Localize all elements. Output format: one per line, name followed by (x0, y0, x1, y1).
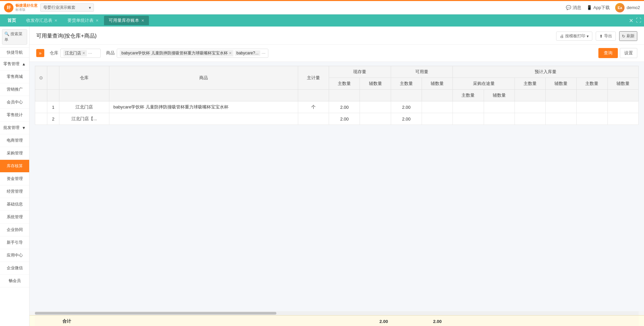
export-icon: ⬆ (599, 34, 603, 39)
row1-prod-aux (607, 101, 638, 113)
filter-expand-button[interactable]: » (36, 49, 44, 57)
th-group-planned-in: 预计入库量 (453, 66, 639, 78)
tab-home[interactable]: 首页 (3, 16, 21, 25)
close-tab-inventory-ledger[interactable]: ✕ (141, 18, 144, 23)
logo-area: 好 畅捷通好生意 标准版 (4, 3, 38, 12)
row1-gear (35, 101, 47, 113)
sidebar-item-marketing[interactable]: 营销推广 (0, 83, 29, 96)
industry-selector[interactable]: 母婴行业演示账套 ▾ (40, 3, 94, 12)
close-all-icon[interactable]: ✕ (629, 17, 633, 24)
row1-avail-aux (422, 101, 453, 113)
sidebar-item-retail-mgmt[interactable]: 零售管理 ▲ (0, 58, 29, 71)
page-title: 可用量查询(按仓库+商品) (36, 33, 97, 40)
sidebar-item-retail-mall[interactable]: 零售商城 (0, 71, 29, 83)
tab-receivables[interactable]: 收发存汇总表 ✕ (21, 16, 62, 25)
avatar: Ea (615, 3, 625, 12)
refresh-button[interactable]: ↻ 刷新 (619, 31, 637, 41)
row2-pur-aux (484, 113, 515, 125)
warehouse-more[interactable]: ··· (88, 50, 92, 56)
th-avail-main: 主数量 (391, 78, 422, 90)
product-tag-1: babycare学饮杯 儿童防摔防撞吸管杯重力球吸嘴杯宝宝水杯 ✕ (120, 50, 233, 56)
template-print-button[interactable]: 🖨 按模板打印 ▾ (556, 32, 592, 41)
close-tab-receivables[interactable]: ✕ (54, 18, 57, 23)
maximize-icon[interactable]: ⛶ (636, 17, 641, 24)
sidebar-item-basic-info[interactable]: 基础信息 (0, 198, 29, 211)
warehouse-filter: 仓库 江北门店 ✕ ··· (50, 49, 101, 58)
query-button[interactable]: 查询 (598, 48, 618, 58)
export-button[interactable]: ⬆ 导出 (596, 32, 616, 41)
row1-in-main (515, 101, 545, 113)
sidebar-item-enterprise-wechat[interactable]: 企业微信 (0, 262, 29, 275)
product-tag-1-close[interactable]: ✕ (229, 51, 232, 55)
sidebar-item-finance-mgmt[interactable]: 资金管理 (0, 173, 29, 185)
warehouse-label: 仓库 (50, 50, 58, 56)
sidebar-item-ecommerce-mgmt[interactable]: 电商管理 (0, 134, 29, 147)
total-current-main: 2.00 (370, 316, 397, 326)
row1-pur-aux (484, 101, 515, 113)
sidebar-search-section: 🔍 搜索菜单 (0, 27, 29, 48)
message-icon: 💬 (566, 5, 571, 10)
sidebar-item-system-mgmt[interactable]: 系统管理 (0, 211, 29, 224)
th-in-main: 主数量 (515, 78, 545, 90)
gear-icon[interactable]: ⚙ (39, 75, 44, 81)
row2-in-main (515, 113, 545, 125)
close-tab-order-stats[interactable]: ✕ (96, 18, 99, 23)
row1-pur-main (453, 101, 484, 113)
message-button[interactable]: 💬 消息 (566, 5, 581, 11)
row2-avail-main: 2.00 (391, 113, 422, 125)
top-bar-left: 好 畅捷通好生意 标准版 母婴行业演示账套 ▾ (4, 3, 94, 12)
th-prod-main: 主数量 (577, 78, 607, 90)
search-menu-button[interactable]: 🔍 搜索菜单 (2, 29, 27, 45)
sidebar-item-purchase-mgmt[interactable]: 采购管理 (0, 147, 29, 160)
th-product: 商品 (109, 66, 298, 90)
arrow-icon-2: ▼ (22, 126, 26, 130)
th-pur-aux: 辅数量 (484, 90, 515, 101)
horizontal-scrollbar[interactable] (35, 311, 639, 315)
total-row: 合计 2.00 2.00 (35, 316, 639, 326)
sidebar-item-operations-mgmt[interactable]: 经营管理 (0, 185, 29, 198)
user-avatar-area[interactable]: Ea demo2 (615, 3, 640, 12)
th-in-aux: 辅数量 (546, 78, 577, 90)
app-download-button[interactable]: 📱 App下载 (587, 5, 610, 11)
scrollbar-thumb[interactable] (35, 312, 276, 315)
top-bar: 好 畅捷通好生意 标准版 母婴行业演示账套 ▾ 💬 消息 📱 App下载 Ea … (0, 1, 644, 14)
row2-in-aux (546, 113, 577, 125)
row1-index: 1 (47, 101, 59, 113)
sidebar-item-vip-member[interactable]: 畅会员 (0, 275, 29, 287)
sidebar-item-app-center[interactable]: 应用中心 (0, 249, 29, 262)
row2-current-aux (360, 113, 391, 125)
warehouse-input[interactable]: 江北门店 ✕ ··· (60, 49, 101, 58)
user-name: demo2 (627, 5, 640, 10)
row1-current-main: 2.00 (329, 101, 360, 113)
refresh-icon: ↻ (622, 34, 625, 39)
sidebar-item-wholesale-mgmt[interactable]: 批发管理 ▼ (0, 122, 29, 134)
nav-tabs: 首页 收发存汇总表 ✕ 要货单统计表 ✕ 可用量库存账本 ✕ ✕ ⛶ (0, 14, 644, 27)
tab-inventory-ledger[interactable]: 可用量库存账本 ✕ (104, 16, 149, 25)
row2-avail-aux (422, 113, 453, 125)
th-index (47, 66, 59, 90)
row2-unit (298, 113, 329, 125)
message-label: 消息 (573, 5, 581, 11)
product-input[interactable]: babycare学饮杯 儿童防摔防撞吸管杯重力球吸嘴杯宝宝水杯 ✕ babyca… (117, 49, 268, 58)
sidebar-item-quick-nav[interactable]: [object Object],[object Object],[object … (0, 48, 29, 58)
row1-in-aux (546, 101, 577, 113)
sidebar-item-retail-stats[interactable]: 零售统计 (0, 109, 29, 122)
sidebar-item-inventory-check[interactable]: 库存核算 (0, 160, 29, 173)
warehouse-tag: 江北门店 ✕ (63, 50, 87, 56)
filter-bar: » 仓库 江北门店 ✕ ··· 商品 babycare学饮杯 儿童防摔防撞吸管杯… (30, 45, 644, 62)
filter-actions: 查询 设置 (598, 48, 637, 58)
sidebar-item-enterprise-collab[interactable]: 企业协同 (0, 224, 29, 236)
row2-current-main: 2.00 (329, 113, 360, 125)
th-group-current-stock: 现存量 (329, 66, 391, 78)
warehouse-tag-close[interactable]: ✕ (82, 51, 85, 55)
row1-prod-main (577, 101, 607, 113)
content-area: 可用量查询(按仓库+商品) 🖨 按模板打印 ▾ ⬆ 导出 ↻ 刷新 » (30, 27, 644, 326)
sidebar-item-member-center[interactable]: 会员中心 (0, 96, 29, 109)
sidebar-item-new-guide[interactable]: 新手引导 (0, 236, 29, 249)
row2-index: 2 (47, 113, 59, 125)
table-container[interactable]: ⚙ 仓库 商品 主计量 现存量 可用量 预计入库量 主数量 辅数量 主数量 (30, 62, 644, 311)
row1-unit: 个 (298, 101, 329, 113)
product-more[interactable]: ··· (262, 50, 266, 56)
tab-order-stats[interactable]: 要货单统计表 ✕ (63, 16, 103, 25)
settings-button[interactable]: 设置 (620, 48, 637, 58)
